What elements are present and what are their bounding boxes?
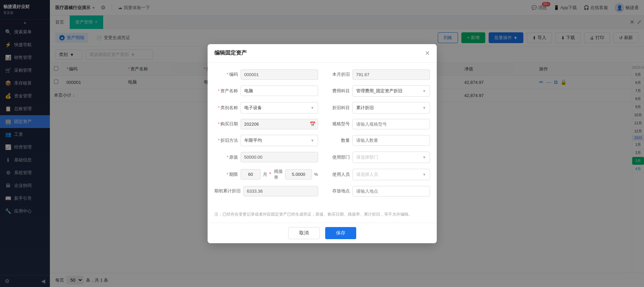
modal-note: 注：已经存在变更记录或者对应固定资产已经生成凭证，原值、购买日期、残值率、累计折… [208,209,437,223]
form-row-1: 编码 本月折旧 [214,69,430,80]
accum-dep-label: 期初累计折旧 [214,188,241,194]
residual-req-star: * [269,171,271,178]
form-group-purchase-date: 购买日期 📅 [214,119,318,129]
form-group-asset-name: 资产名称 [214,85,318,97]
user-label: 使用人员 [326,171,350,178]
monthly-dep-label: 本月折旧 [326,71,350,77]
code-input[interactable] [241,69,318,80]
purchase-date-input[interactable] [241,119,318,129]
dep-account-select[interactable]: 累计折旧 ▼ [352,102,430,114]
form-row-4: 购买日期 📅 规格型号 [214,119,430,129]
form-group-spec: 规格型号 [326,119,430,129]
period-label: 期限 [214,171,238,178]
expense-account-label: 费用科目 [326,88,350,94]
period-input[interactable] [241,169,261,180]
save-button[interactable]: 保存 [325,227,356,239]
dep-account-arrow: ▼ [423,106,426,110]
monthly-dep-input [352,69,430,80]
period-inline: 月 * 残值率 % [241,168,318,181]
residual-rate-label: 残值率 [274,168,283,181]
form-group-user: 使用人员 请选择人员 ▼ [326,168,430,181]
residual-rate-unit: % [314,172,318,177]
asset-name-label: 资产名称 [214,88,238,94]
form-group-dep-method: 折旧方法 年限平均 ▼ [214,135,318,146]
quantity-input[interactable] [352,135,430,146]
category-select[interactable]: 电子设备 ▼ [241,102,318,114]
expense-account-select[interactable]: 管理费用_固定资产折旧 ▼ [352,85,430,97]
form-group-monthly-dep: 本月折旧 [326,69,430,80]
user-select[interactable]: 请选择人员 ▼ [352,169,430,180]
form-group-original-value: 原值 [214,152,318,163]
expense-account-arrow: ▼ [423,89,426,93]
department-select[interactable]: 请选择部门 ▼ [352,152,430,163]
form-group-expense-account: 费用科目 管理费用_固定资产折旧 ▼ [326,85,430,97]
code-label: 编码 [214,71,238,77]
location-input[interactable] [352,186,430,196]
form-group-department: 使用部门 请选择部门 ▼ [326,152,430,163]
dep-method-arrow: ▼ [311,138,314,142]
cancel-button[interactable]: 取消 [288,227,320,239]
form-row-2: 资产名称 费用科目 管理费用_固定资产折旧 ▼ [214,85,430,97]
modal-title: 编辑固定资产 [214,50,247,57]
accum-dep-input[interactable] [243,186,318,196]
modal-overlay: 编辑固定资产 ✕ 编码 本月折旧 资产名称 [0,0,644,287]
modal-close-button[interactable]: ✕ [425,50,430,57]
modal-body: 编码 本月折旧 资产名称 费用科目 管理费用_固定资产折旧 [208,63,437,209]
quantity-label: 数量 [326,137,350,144]
purchase-date-wrapper: 📅 [241,119,318,129]
dep-method-select[interactable]: 年限平均 ▼ [241,135,318,146]
edit-asset-modal: 编辑固定资产 ✕ 编码 本月折旧 资产名称 [208,44,437,243]
form-row-8: 期初累计折旧 存放地点 [214,186,430,196]
department-label: 使用部门 [326,154,350,160]
spec-input[interactable] [352,119,430,129]
form-row-5: 折旧方法 年限平均 ▼ 数量 [214,135,430,146]
form-group-accum-dep: 期初累计折旧 [214,186,318,196]
form-group-location: 存放地点 [326,186,430,196]
form-row-7: 期限 月 * 残值率 % 使用人员 请选择人员 ▼ [214,168,430,181]
category-label: 类别名称 [214,105,238,111]
modal-header: 编辑固定资产 ✕ [208,44,437,63]
location-label: 存放地点 [326,188,350,194]
period-unit: 月 [263,171,267,178]
category-arrow: ▼ [311,106,314,110]
dep-account-label: 折旧科目 [326,105,350,111]
form-group-period: 期限 月 * 残值率 % [214,168,318,181]
residual-rate-input[interactable] [285,169,312,180]
form-group-code: 编码 [214,69,318,80]
original-value-input[interactable] [241,152,318,162]
form-row-6: 原值 使用部门 请选择部门 ▼ [214,152,430,163]
form-group-category: 类别名称 电子设备 ▼ [214,102,318,114]
form-group-quantity: 数量 [326,135,430,146]
spec-label: 规格型号 [326,121,350,127]
asset-name-input[interactable] [241,86,318,96]
form-row-3: 类别名称 电子设备 ▼ 折旧科目 累计折旧 ▼ [214,102,430,114]
modal-footer: 取消 保存 [208,223,437,243]
user-arrow: ▼ [423,172,426,177]
dep-method-label: 折旧方法 [214,137,238,144]
calendar-icon[interactable]: 📅 [310,121,315,127]
original-value-label: 原值 [214,154,238,160]
form-group-dep-account: 折旧科目 累计折旧 ▼ [326,102,430,114]
purchase-date-label: 购买日期 [214,121,238,127]
department-arrow: ▼ [423,155,426,159]
